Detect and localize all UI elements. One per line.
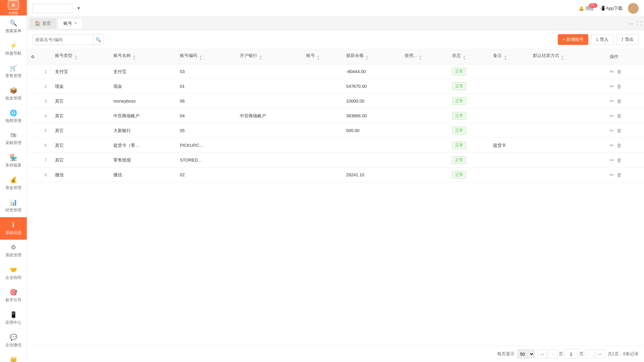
edit-button[interactable]: ✏: [610, 157, 614, 163]
edit-button[interactable]: ✏: [610, 113, 614, 119]
page-input[interactable]: [565, 349, 578, 359]
main-area: ▼ 🔔 消息 99+ 📲 App下载 🏠 首页 账号 ✕ —: [27, 0, 644, 362]
cell-bank: [237, 64, 304, 79]
cell-account-code: 04: [177, 109, 237, 123]
cell-remark: 提货卡: [490, 138, 530, 153]
sidebar-item-basic-info[interactable]: ℹ 基础信息: [0, 217, 27, 240]
cell-account-type: 其它: [52, 123, 111, 138]
prev-page-button[interactable]: ‹: [548, 349, 557, 359]
sidebar-item-inventory[interactable]: 🏪 库存核算: [0, 150, 27, 172]
cell-account-type: 其它: [52, 94, 111, 109]
maximize-icon[interactable]: ⛶: [637, 21, 641, 26]
first-page-button[interactable]: ⏮: [537, 349, 547, 359]
sidebar-item-label: 经营管理: [5, 207, 21, 213]
sidebar-item-ops-mgmt[interactable]: 📊 经营管理: [0, 195, 27, 217]
sidebar-item-system-mgmt[interactable]: ⚙ 系统管理: [0, 240, 27, 262]
status-badge: 正常: [452, 112, 466, 120]
col-latest-balance[interactable]: 最新余额 ▲▼: [343, 49, 402, 64]
search-input[interactable]: [33, 37, 93, 42]
user-avatar[interactable]: [628, 3, 639, 14]
sidebar-item-capital-mgmt[interactable]: 💰 资金管理: [0, 172, 27, 195]
export-button[interactable]: ⤴ 导出: [616, 34, 639, 45]
sidebar-item-purchase-mgmt[interactable]: 🛍 采购管理: [0, 128, 27, 150]
edit-button[interactable]: ✏: [610, 69, 614, 75]
add-account-button[interactable]: + 新增账号: [558, 34, 588, 45]
col-settings[interactable]: ⚙: [27, 49, 39, 64]
cell-usage: [402, 64, 449, 79]
col-action: 操作: [607, 49, 644, 64]
status-badge: 正常: [452, 68, 466, 75]
col-status[interactable]: 状态 ▲▼: [449, 49, 490, 64]
sidebar-item-vip[interactable]: 👑 畅会员: [0, 352, 27, 362]
cell-status: 正常: [449, 153, 490, 168]
edit-button[interactable]: ✏: [610, 98, 614, 104]
last-page-button[interactable]: ⏭: [596, 349, 605, 359]
sort-icon: ▲▼: [419, 55, 422, 61]
cell-remark: [490, 94, 530, 109]
table-row: 2 现金 现金 01 547670.00 正常 ✏ 🗑: [27, 79, 644, 94]
import-button[interactable]: ⤵ 导入: [591, 34, 613, 45]
delete-button[interactable]: 🗑: [617, 69, 622, 74]
sidebar-item-retail-mgmt[interactable]: 🛒 零售管理: [0, 60, 27, 83]
sidebar-item-wholesale-mgmt[interactable]: 📦 批发管理: [0, 83, 27, 105]
delete-button[interactable]: 🗑: [617, 113, 622, 119]
col-usage[interactable]: 使用... ▲▼: [402, 49, 449, 64]
col-remark[interactable]: 备注 ▲▼: [490, 49, 530, 64]
edit-button[interactable]: ✏: [610, 172, 614, 178]
per-page-select[interactable]: 50 100 200: [517, 349, 535, 359]
row-settings: [27, 109, 39, 123]
app-download-label: App下载: [606, 5, 623, 11]
retail-icon: 🛒: [10, 64, 17, 72]
sort-icon: ▲▼: [133, 55, 136, 61]
col-account-code[interactable]: 账号编码 ▲▼: [177, 49, 237, 64]
search-button[interactable]: 🔍: [93, 34, 104, 45]
cell-remark: [490, 168, 530, 182]
action-buttons: ✏ 🗑: [610, 83, 641, 89]
sidebar-item-ecommerce-mgmt[interactable]: 🌐 电商管理: [0, 105, 27, 128]
import-icon: ⤵: [596, 37, 598, 42]
delete-button[interactable]: 🗑: [617, 83, 622, 89]
sidebar-item-enterprise-agreement[interactable]: 🤝 企业协同: [0, 262, 27, 285]
tab-home[interactable]: 🏠 首页: [30, 18, 56, 29]
delete-button[interactable]: 🗑: [617, 172, 622, 178]
sidebar-item-enterprise-wechat[interactable]: 💬 企业微信: [0, 329, 27, 352]
sidebar-item-app-center[interactable]: 📱 应用中心: [0, 307, 27, 329]
cell-account-code: 05: [177, 123, 237, 138]
page-of-label: 页: [579, 351, 584, 357]
col-default-settlement[interactable]: 默认结算方式 ▲▼: [530, 49, 607, 64]
sidebar-item-search-menu[interactable]: 🔍 搜索菜单: [0, 15, 27, 38]
delete-button[interactable]: 🗑: [617, 98, 622, 104]
app-logo: 乐 乐惠版: [0, 0, 27, 15]
cell-account-num: [304, 64, 343, 79]
cell-status: 正常: [449, 123, 490, 138]
cell-usage: [402, 123, 449, 138]
sidebar-item-new-guide[interactable]: 🎯 新手引导: [0, 285, 27, 307]
delete-button[interactable]: 🗑: [617, 157, 622, 163]
cell-default-settlement: [530, 153, 607, 168]
table-row: 6 其它 提货卡（零… PICKUPC... 正常 提货卡 ✏ 🗑: [27, 138, 644, 153]
cell-status: 正常: [449, 64, 490, 79]
tab-close-icon[interactable]: ✕: [74, 21, 77, 25]
col-bank[interactable]: 开户银行 ▲▼: [237, 49, 304, 64]
sidebar-item-label: 应用中心: [5, 320, 21, 325]
delete-button[interactable]: 🗑: [617, 128, 622, 133]
cell-action: ✏ 🗑: [607, 94, 644, 109]
app-download-button[interactable]: 📲 App下载: [599, 5, 623, 11]
header-search-input[interactable]: [32, 4, 72, 13]
minimize-icon[interactable]: —: [629, 21, 634, 26]
message-button[interactable]: 🔔 消息 99+: [579, 5, 594, 11]
cell-account-type: 其它: [52, 153, 111, 168]
tab-account[interactable]: 账号 ✕: [58, 18, 83, 29]
col-account-name[interactable]: 账号名称 ▲▼: [111, 49, 177, 64]
header-dropdown[interactable]: ▼: [76, 6, 81, 11]
col-account-type[interactable]: 账号类型 ▲▼: [52, 49, 111, 64]
sidebar-item-quick-nav[interactable]: ⚡ 快捷导航: [0, 38, 27, 60]
cell-action: ✏ 🗑: [607, 168, 644, 182]
next-page-button[interactable]: ›: [585, 349, 594, 359]
col-account-num[interactable]: 账号 ▲▼: [304, 49, 343, 64]
edit-button[interactable]: ✏: [610, 83, 614, 89]
delete-button[interactable]: 🗑: [617, 142, 622, 148]
edit-button[interactable]: ✏: [610, 128, 614, 134]
edit-button[interactable]: ✏: [610, 142, 614, 148]
sidebar-item-label: 批发管理: [5, 96, 21, 101]
